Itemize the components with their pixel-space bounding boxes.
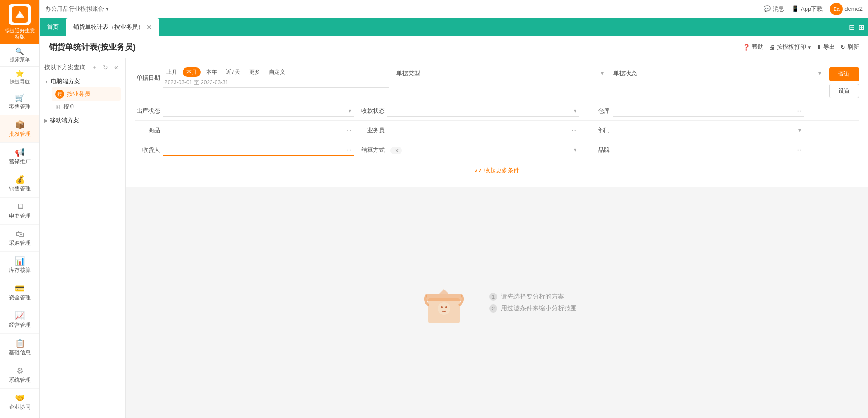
sidebar-item-sales[interactable]: 💰 销售管理 xyxy=(0,170,39,198)
tab-close-icon[interactable]: ✕ xyxy=(146,24,152,31)
sidebar-item-marketing[interactable]: 📢 营销推广 xyxy=(0,143,39,171)
scheme-refresh-button[interactable]: ↻ xyxy=(101,63,110,72)
scheme-panel-title: 按以下方案查询 xyxy=(44,63,85,71)
dept-input[interactable]: ▾ xyxy=(613,124,804,136)
date-btn-this-year[interactable]: 本年 xyxy=(203,67,221,77)
wholesale-icon: 📦 xyxy=(15,120,25,130)
scheme-collapse-button[interactable]: « xyxy=(112,63,121,72)
retail-label: 零售管理 xyxy=(9,104,31,111)
group-expand-icon: ▼ xyxy=(44,79,49,84)
sidebar-item-enterprise[interactable]: 🤝 企业协同 xyxy=(0,389,39,416)
svg-point-6 xyxy=(445,306,447,308)
sidebar-item-wholesale[interactable]: 📦 批发管理 xyxy=(0,115,39,143)
settlement-label: 结算方式 xyxy=(359,146,385,154)
scheme-panel-actions: ＋ ↻ « xyxy=(90,63,121,72)
sidebar-item-purchase[interactable]: 🛍 采购管理 xyxy=(0,225,39,252)
scheme-subitem-by-order[interactable]: ⊞ 按单 xyxy=(52,101,121,113)
sidebar-item-finance[interactable]: 💳 资金管理 xyxy=(0,279,39,307)
goods-cell: 商品 ··· xyxy=(135,124,354,136)
doc-type-chevron-icon: ▾ xyxy=(601,70,604,76)
recipient-input[interactable]: ··· xyxy=(163,144,354,156)
refresh-button[interactable]: ↻ 刷新 xyxy=(840,43,859,51)
warehouse-input[interactable]: ··· xyxy=(613,105,804,117)
sidebar-item-basic[interactable]: 📋 基础信息 xyxy=(0,334,39,361)
collapse-arrow-icon: ∧∧ xyxy=(474,167,482,174)
doc-type-filter-cell: 单据类型 ▾ xyxy=(395,67,607,79)
tab-bar: 首页 销货单统计表（按业务员） ✕ ⊟ ⊞ xyxy=(40,18,868,36)
scheme-item-salesman-label: 按业务员 xyxy=(67,90,90,98)
sidebar-item-retail[interactable]: 🛒 零售管理 xyxy=(0,88,39,116)
print-button[interactable]: 🖨 按模板打印 ▾ xyxy=(769,43,811,51)
doc-type-input[interactable]: ▾ xyxy=(423,67,607,79)
out-status-input[interactable]: ▾ xyxy=(163,105,354,117)
scheme-add-button[interactable]: ＋ xyxy=(90,63,99,72)
settings-button[interactable]: 设置 xyxy=(829,84,859,98)
help-button[interactable]: ❓ 帮助 xyxy=(743,43,764,51)
sidebar-search[interactable]: 🔍 搜索菜单 xyxy=(0,44,39,67)
scheme-panel: 按以下方案查询 ＋ ↻ « ▼ 电脑端方案 按 按 xyxy=(40,58,126,418)
logo-icon xyxy=(9,4,31,25)
inventory-icon: 📊 xyxy=(15,256,25,266)
scheme-group-desktop: ▼ 电脑端方案 按 按业务员 ⊞ 按单 xyxy=(44,76,121,113)
date-btn-more[interactable]: 更多 xyxy=(245,67,264,77)
chevron-down-icon: ▾ xyxy=(106,5,109,12)
collect-status-input[interactable]: ▾ xyxy=(387,105,579,117)
refresh-icon: ↻ xyxy=(840,44,845,51)
print-label: 按模板打印 xyxy=(777,43,806,51)
recipient-label: 收货人 xyxy=(135,146,160,154)
sidebar-item-newbie[interactable]: 🎯 新手引导 xyxy=(0,416,39,418)
doc-status-input[interactable]: ▾ xyxy=(640,67,824,79)
user-area[interactable]: Ea demo2 xyxy=(830,3,863,15)
tab-maximize-button[interactable]: ⊞ xyxy=(859,23,864,32)
scheme-item-icon: 按 xyxy=(55,90,64,99)
salesman-input[interactable]: ··· xyxy=(387,124,579,136)
tab-minimize-button[interactable]: ⊟ xyxy=(849,23,855,32)
sidebar-shortcut[interactable]: ⭐ 快捷导航 xyxy=(0,67,39,88)
brand-input[interactable]: ··· xyxy=(613,144,804,156)
sales-icon: 💰 xyxy=(15,175,25,185)
date-label: 单据日期 xyxy=(135,74,160,82)
scheme-group-desktop-header[interactable]: ▼ 电脑端方案 xyxy=(44,76,121,87)
scheme-item-by-salesman[interactable]: 按 按业务员 xyxy=(52,87,121,101)
sidebar-item-inventory[interactable]: 📊 库存核算 xyxy=(0,252,39,279)
mobile-expand-icon: ▶ xyxy=(44,118,48,123)
settlement-input[interactable]: ✕ ▾ xyxy=(387,144,579,156)
step-1-num: 1 xyxy=(489,293,497,301)
sidebar-item-ecommerce[interactable]: 🖥 电商管理 xyxy=(0,198,39,225)
out-status-cell: 出库状态 ▾ xyxy=(135,105,354,117)
app-download-button[interactable]: 📱 App下载 xyxy=(792,5,823,13)
operations-icon: 📈 xyxy=(15,311,25,321)
basic-label: 基础信息 xyxy=(9,349,31,356)
settlement-tag-close-icon[interactable]: ✕ xyxy=(395,147,399,154)
tab-sales-stats[interactable]: 销货单统计表（按业务员） ✕ xyxy=(66,18,159,36)
export-button[interactable]: ⬇ 导出 xyxy=(816,43,835,51)
query-button[interactable]: 查询 xyxy=(829,67,859,81)
svg-rect-3 xyxy=(426,294,462,301)
header-account-dropdown[interactable]: 办公用品行业模拟账套 ▾ xyxy=(45,5,109,13)
date-btn-this-month[interactable]: 本月 xyxy=(183,67,201,77)
brand-more-icon: ··· xyxy=(797,147,801,153)
sidebar-menu: 🛒 零售管理 📦 批发管理 📢 营销推广 💰 销售管理 🖥 电商管理 🛍 采购管… xyxy=(0,88,39,418)
goods-input[interactable]: ··· xyxy=(163,124,354,136)
collapse-button[interactable]: ∧∧ 收起更多条件 xyxy=(474,163,519,178)
message-button[interactable]: 💬 消息 xyxy=(764,5,784,13)
date-btn-7days[interactable]: 近7天 xyxy=(222,67,244,77)
tab-home-label: 首页 xyxy=(47,23,59,31)
date-btn-custom[interactable]: 自定义 xyxy=(265,67,289,77)
step-2-text: 用过滤条件来缩小分析范围 xyxy=(501,304,577,313)
settlement-tag: ✕ xyxy=(390,145,402,154)
date-btn-last-month[interactable]: 上月 xyxy=(163,67,181,77)
header-account-name: 办公用品行业模拟账套 xyxy=(45,5,104,13)
ecommerce-label: 电商管理 xyxy=(9,213,31,220)
sidebar-item-operations[interactable]: 📈 经营管理 xyxy=(0,306,39,334)
filter-row-4: 收货人 ··· 结算方式 xyxy=(135,140,859,160)
sidebar-item-system[interactable]: ⚙ 系统管理 xyxy=(0,361,39,389)
filter-row-2: 出库状态 ▾ 收款状态 ▾ xyxy=(135,101,859,121)
date-filter-cell: 单据日期 上月 本月 本年 近7天 更多 自定义 20 xyxy=(135,67,389,88)
warehouse-more-icon: ··· xyxy=(797,108,801,114)
svg-point-1 xyxy=(18,14,22,17)
scheme-group-mobile-header[interactable]: ▶ 移动端方案 xyxy=(44,114,121,126)
page-title-bar: 销货单统计表(按业务员) ❓ 帮助 🖨 按模板打印 ▾ ⬇ 导出 ↻ 刷新 xyxy=(40,36,868,58)
tab-home[interactable]: 首页 xyxy=(40,18,66,36)
warehouse-label: 仓库 xyxy=(585,107,610,115)
